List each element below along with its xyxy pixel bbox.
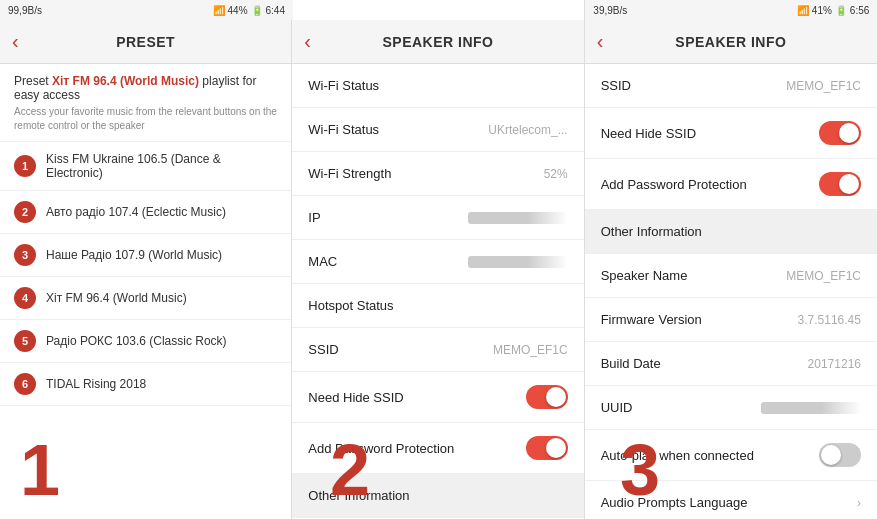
list-item[interactable]: 4 Хіт FM 96.4 (World Music) (0, 277, 291, 320)
row-label: Wi-Fi Status (308, 122, 379, 137)
row-label: Build Date (601, 356, 661, 371)
table-row: MAC (292, 240, 583, 284)
table-row: Speaker Name MEMO_EF1C (585, 254, 877, 298)
row-value-blurred (761, 402, 861, 414)
need-hide-ssid-toggle[interactable] (526, 385, 568, 409)
table-row: Hotspot Status (292, 284, 583, 328)
row-value: 52% (544, 167, 568, 181)
row-label-need-hide-ssid-3: Need Hide SSID (601, 126, 696, 141)
table-row: Wi-Fi Status UKrtelecom_... (292, 108, 583, 152)
row-label: UUID (601, 400, 633, 415)
toggle-knob (839, 123, 859, 143)
panel-number-label-3: 3 (620, 429, 660, 511)
preset-title: PRESET (116, 34, 175, 50)
toggle-knob (546, 387, 566, 407)
status-bar-2: 39,9B/s 📶 41% 🔋 6:56 (585, 0, 877, 20)
row-label-add-password-3: Add Password Protection (601, 177, 747, 192)
row-value: 20171216 (808, 357, 861, 371)
preset-item-text-2: Авто радіо 107.4 (Eclectic Music) (46, 205, 226, 219)
row-label: Speaker Name (601, 268, 688, 283)
list-item[interactable]: 1 Kiss FM Ukraine 106.5 (Dance & Electro… (0, 142, 291, 191)
status-network-2: 39,9B/s (593, 5, 627, 16)
row-label: MAC (308, 254, 337, 269)
table-row: Need Hide SSID (292, 372, 583, 423)
list-item[interactable]: 6 TIDAL Rising 2018 (0, 363, 291, 406)
row-label: Firmware Version (601, 312, 702, 327)
toggle-knob (839, 174, 859, 194)
preset-sub-text: Access your favorite music from the rele… (14, 105, 277, 133)
status-network-1: 99,9B/s (8, 5, 42, 16)
preset-header: ‹ PRESET (0, 20, 291, 64)
status-bar-1: 99,9B/s 📶 44% 🔋 6:44 (0, 0, 293, 20)
row-label-need-hide-ssid: Need Hide SSID (308, 390, 403, 405)
speaker-info-header-3: ‹ SPEAKER INFO (585, 20, 877, 64)
table-row: Build Date 20171216 (585, 342, 877, 386)
preset-item-text-4: Хіт FM 96.4 (World Music) (46, 291, 187, 305)
add-password-toggle-3[interactable] (819, 172, 861, 196)
preset-number-1: 1 (14, 155, 36, 177)
preset-number-3: 3 (14, 244, 36, 266)
row-value: UKrtelecom_... (488, 123, 567, 137)
list-item[interactable]: 2 Авто радіо 107.4 (Eclectic Music) (0, 191, 291, 234)
row-label: SSID (308, 342, 338, 357)
panel-number-label-2: 2 (330, 429, 370, 511)
section-label-3: Other Information (601, 224, 702, 239)
preset-highlight: Хіт FM 96.4 (World Music) (52, 74, 199, 88)
toggle-knob (546, 438, 566, 458)
add-password-toggle[interactable] (526, 436, 568, 460)
row-value: MEMO_EF1C (786, 269, 861, 283)
preset-number-5: 5 (14, 330, 36, 352)
preset-item-text-3: Наше Радіо 107.9 (World Music) (46, 248, 222, 262)
table-row: Firmware Version 3.7.5116.45 (585, 298, 877, 342)
status-icons-2: 📶 41% 🔋 6:56 (797, 5, 869, 16)
preset-content: Preset Хіт FM 96.4 (World Music) playlis… (0, 64, 291, 406)
table-row: SSID MEMO_EF1C (292, 328, 583, 372)
row-value-blurred (468, 212, 568, 224)
table-row: Need Hide SSID (585, 108, 877, 159)
row-value: MEMO_EF1C (786, 79, 861, 93)
section-header-other-3: Other Information (585, 210, 877, 254)
row-label: Wi-Fi Status (308, 78, 379, 93)
list-item[interactable]: 3 Наше Радіо 107.9 (World Music) (0, 234, 291, 277)
table-row: IP (292, 196, 583, 240)
speaker-info-title-3: SPEAKER INFO (675, 34, 786, 50)
row-value: › (857, 496, 861, 510)
table-row: Wi-Fi Strength 52% (292, 152, 583, 196)
row-label: IP (308, 210, 320, 225)
speaker-info-header-2: ‹ SPEAKER INFO (292, 20, 583, 64)
panel-number-label-1: 1 (20, 429, 60, 511)
table-row: Wi-Fi Status (292, 64, 583, 108)
table-row: Add Password Protection (585, 159, 877, 210)
autoplay-toggle[interactable] (819, 443, 861, 467)
status-icons-1: 📶 44% 🔋 6:44 (213, 5, 285, 16)
preset-main-text: Preset Хіт FM 96.4 (World Music) playlis… (14, 74, 277, 102)
back-button-2[interactable]: ‹ (304, 30, 311, 53)
preset-number-6: 6 (14, 373, 36, 395)
toggle-knob (821, 445, 841, 465)
list-item[interactable]: 5 Радіо РОКС 103.6 (Classic Rock) (0, 320, 291, 363)
row-label: Wi-Fi Strength (308, 166, 391, 181)
preset-description: Preset Хіт FM 96.4 (World Music) playlis… (0, 64, 291, 142)
preset-number-4: 4 (14, 287, 36, 309)
row-value: 3.7.5116.45 (798, 313, 861, 327)
preset-item-text-5: Радіо РОКС 103.6 (Classic Rock) (46, 334, 227, 348)
back-button-3[interactable]: ‹ (597, 30, 604, 53)
table-row: UUID (585, 386, 877, 430)
preset-number-2: 2 (14, 201, 36, 223)
row-value-blurred (468, 256, 568, 268)
need-hide-ssid-toggle-3[interactable] (819, 121, 861, 145)
row-label: Hotspot Status (308, 298, 393, 313)
preset-item-text-6: TIDAL Rising 2018 (46, 377, 146, 391)
preset-item-text-1: Kiss FM Ukraine 106.5 (Dance & Electroni… (46, 152, 277, 180)
speaker-info-title-2: SPEAKER INFO (382, 34, 493, 50)
row-label: SSID (601, 78, 631, 93)
table-row: SSID MEMO_EF1C (585, 64, 877, 108)
row-value: MEMO_EF1C (493, 343, 568, 357)
status-time-1: 6:44 (266, 5, 285, 16)
status-time-2: 6:56 (850, 5, 869, 16)
back-button-1[interactable]: ‹ (12, 30, 19, 53)
